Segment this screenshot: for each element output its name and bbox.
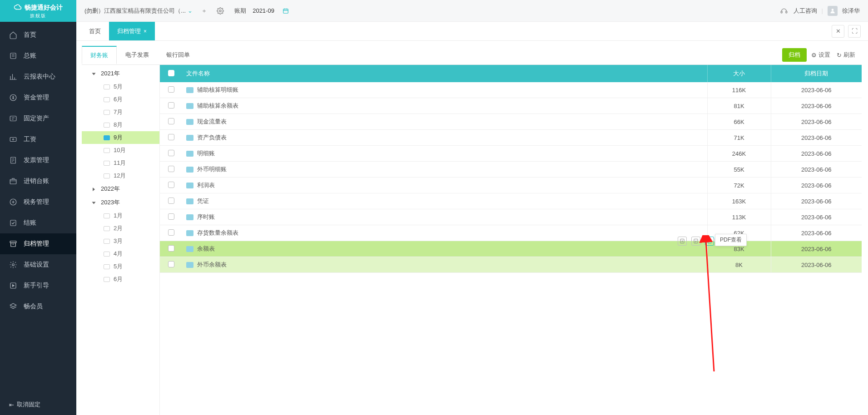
tree-year[interactable]: 2023年 [82, 196, 159, 209]
table-row[interactable]: 序时账 113K 2023-06-06 [160, 209, 862, 225]
row-checkbox[interactable] [168, 86, 174, 93]
support-icon[interactable] [779, 6, 789, 16]
sidebar-item-10[interactable]: 归档管理 [0, 233, 76, 254]
row-checkbox[interactable] [168, 166, 174, 172]
refresh-link[interactable]: ↻ 刷新 [837, 51, 855, 59]
tree-month[interactable]: 7月 [82, 106, 159, 119]
file-icon [186, 183, 193, 188]
archive-date: 2023-06-06 [771, 114, 862, 130]
folder-icon [104, 252, 110, 257]
sidebar-item-label: 总账 [24, 52, 36, 60]
row-checkbox[interactable] [168, 198, 174, 204]
sidebar-item-7[interactable]: 进销台账 [0, 171, 76, 192]
row-checkbox[interactable] [168, 102, 174, 109]
file-size: 8K [707, 257, 771, 273]
folder-icon [104, 135, 110, 140]
tree-year[interactable]: 2021年 [82, 67, 159, 80]
tree-month[interactable]: 5月 [82, 80, 159, 93]
tree-month[interactable]: 5月 [82, 260, 159, 273]
table-row[interactable]: 明细账 246K 2023-06-06 [160, 146, 862, 162]
sidebar-item-3[interactable]: 资金管理 [0, 87, 76, 108]
page-tab-0[interactable]: 首页 [81, 22, 109, 40]
guide-icon [9, 282, 17, 290]
tree-month[interactable]: 6月 [82, 273, 159, 286]
table-row[interactable]: 凭证 163K 2023-06-06 [160, 193, 862, 209]
svg-rect-16 [786, 11, 787, 13]
brand-name: 畅捷通好会计 [25, 4, 63, 12]
row-checkbox[interactable] [168, 261, 174, 267]
row-checkbox[interactable] [168, 182, 174, 188]
table-row[interactable]: 存货数量余额表 62K 2023-06-06 [160, 225, 862, 241]
folder-icon [104, 264, 110, 269]
sidebar-item-label: 进销台账 [24, 177, 49, 185]
archive-button[interactable]: 归档 [782, 48, 807, 62]
row-checkbox[interactable] [168, 213, 174, 220]
support-label[interactable]: 人工咨询 [794, 7, 817, 15]
tree-month[interactable]: 8月 [82, 119, 159, 131]
row-checkbox[interactable] [168, 134, 174, 140]
file-icon [186, 214, 193, 220]
sidebar-item-12[interactable]: 新手引导 [0, 275, 76, 296]
username[interactable]: 徐泽华 [842, 7, 860, 15]
table-row[interactable]: 资产负债表 71K 2023-06-06 [160, 130, 862, 146]
table-row[interactable]: 外币明细账 55K 2023-06-06 [160, 162, 862, 178]
close-tab-button[interactable]: ✕ [832, 25, 844, 38]
salary-icon [9, 135, 17, 143]
file-icon [186, 198, 193, 204]
download-excel-icon[interactable] [678, 237, 687, 246]
fullscreen-button[interactable]: ⛶ [848, 25, 861, 38]
add-button[interactable]: ＋ [199, 6, 209, 16]
sidebar-item-5[interactable]: 工资 [0, 129, 76, 150]
calendar-icon[interactable] [281, 6, 291, 16]
avatar-icon[interactable] [828, 6, 838, 16]
sidebar-item-8[interactable]: 税务管理 [0, 192, 76, 212]
table-row[interactable]: 余额表 83K 2023-06-06 [160, 241, 862, 257]
sidebar-item-0[interactable]: 首页 [0, 25, 76, 45]
folder-icon [104, 226, 110, 231]
tree-month[interactable]: 12月 [82, 169, 159, 182]
table-row[interactable]: 辅助核算明细账 116K 2023-06-06 [160, 82, 862, 98]
gear-icon[interactable] [215, 6, 225, 16]
sidebar-item-11[interactable]: 基础设置 [0, 254, 76, 275]
subtab-1[interactable]: 电子发票 [117, 46, 158, 64]
tree-month[interactable]: 10月 [82, 144, 159, 157]
tree-month[interactable]: 4月 [82, 247, 159, 260]
row-checkbox[interactable] [168, 229, 174, 236]
row-checkbox[interactable] [168, 150, 174, 156]
unpin-button[interactable]: ⇤ 取消固定 [0, 394, 76, 415]
folder-icon [104, 123, 110, 128]
column-size: 大小 [707, 65, 771, 82]
row-checkbox[interactable] [168, 118, 174, 124]
sidebar-item-13[interactable]: 畅会员 [0, 296, 76, 317]
file-icon [186, 87, 193, 93]
close-icon[interactable]: × [144, 28, 147, 35]
table-row[interactable]: 外币余额表 8K 2023-06-06 [160, 257, 862, 273]
subtab-2[interactable]: 银行回单 [158, 46, 198, 64]
period-value[interactable]: 2021-09 [253, 7, 274, 14]
table-row[interactable]: 利润表 72K 2023-06-06 [160, 178, 862, 193]
tree-month[interactable]: 2月 [82, 222, 159, 235]
gear-icon: ⚙ [811, 52, 817, 59]
select-all-checkbox[interactable] [168, 70, 174, 76]
tree-month[interactable]: 1月 [82, 209, 159, 222]
table-row[interactable]: 辅助核算余额表 81K 2023-06-06 [160, 98, 862, 114]
sidebar-item-1[interactable]: 总账 [0, 45, 76, 66]
sidebar-item-6[interactable]: 发票管理 [0, 150, 76, 171]
subtab-0[interactable]: 财务账 [82, 46, 117, 64]
sidebar-item-4[interactable]: 固定资产 [0, 108, 76, 129]
download-pdf-icon[interactable] [691, 237, 700, 246]
tree-month[interactable]: 6月 [82, 93, 159, 106]
company-selector[interactable]: (勿删）江西服宝精品有限责任公司（... ⌄ [84, 7, 193, 15]
table-row[interactable]: 现金流量表 66K 2023-06-06 [160, 114, 862, 130]
tree-month[interactable]: 3月 [82, 235, 159, 247]
sidebar-item-label: 税务管理 [24, 198, 49, 206]
tree-year[interactable]: 2022年 [82, 182, 159, 196]
sidebar-item-2[interactable]: 云报表中心 [0, 66, 76, 87]
file-table-wrap: 文件名称 大小 归档日期 辅助核算明细账 116K 2023-06-06 辅助核… [160, 65, 862, 415]
tree-month[interactable]: 11月 [82, 157, 159, 169]
page-tab-1[interactable]: 归档管理× [109, 22, 155, 40]
tree-month[interactable]: 9月 [82, 131, 159, 144]
row-checkbox[interactable] [168, 245, 174, 252]
settings-link[interactable]: ⚙ 设置 [811, 51, 830, 59]
sidebar-item-9[interactable]: 结账 [0, 212, 76, 233]
